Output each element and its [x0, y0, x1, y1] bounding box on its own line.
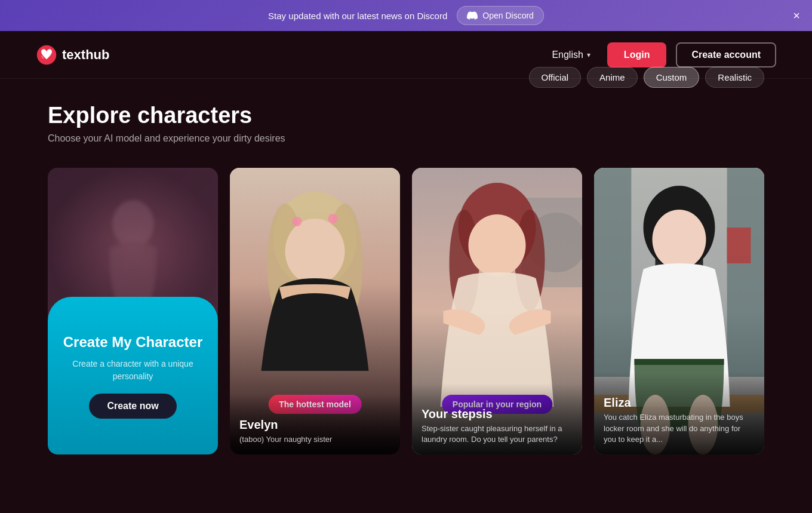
language-selector[interactable]: English ▾	[545, 45, 597, 65]
evelyn-info: Evelyn (taboo) Your naughty sister	[230, 394, 400, 454]
svg-point-15	[469, 214, 526, 277]
svg-point-23	[653, 210, 706, 269]
filter-realistic[interactable]: Realistic	[705, 67, 764, 88]
eliza-info: Eliza You catch Eliza masturbating in th…	[594, 372, 764, 454]
create-card-content: Create My Character Create a character w…	[48, 297, 218, 454]
character-card-evelyn[interactable]: The hottest model Evelyn (taboo) Your na…	[230, 168, 400, 454]
evelyn-name: Evelyn	[239, 418, 390, 432]
filter-anime[interactable]: Anime	[587, 67, 638, 88]
svg-rect-26	[727, 228, 751, 263]
logo-icon	[36, 44, 57, 66]
banner-close-button[interactable]: ×	[793, 10, 800, 21]
create-now-button[interactable]: Create now	[89, 394, 176, 419]
filter-custom[interactable]: Custom	[644, 67, 700, 88]
banner-text: Stay updated with our latest news on Dis…	[268, 11, 447, 21]
create-card-description: Create a character with a unique persona…	[60, 358, 206, 383]
svg-point-6	[285, 219, 345, 284]
evelyn-desc: (taboo) Your naughty sister	[239, 434, 390, 445]
create-card-title: Create My Character	[63, 333, 202, 351]
eliza-name: Eliza	[604, 396, 755, 410]
main-content: Explore characters Choose your AI model …	[0, 79, 812, 478]
filter-tabs: Official Anime Custom Realistic	[529, 67, 764, 88]
svg-point-1	[112, 200, 154, 248]
svg-rect-18	[727, 168, 765, 377]
lang-label: English	[552, 50, 583, 60]
login-button[interactable]: Login	[607, 42, 667, 67]
header-actions: English ▾ Login Create account	[545, 42, 776, 67]
explore-subtitle: Choose your AI model and experience your…	[48, 133, 285, 144]
discord-icon	[467, 10, 478, 21]
logo[interactable]: texthub	[36, 44, 109, 66]
logo-text: texthub	[62, 47, 109, 63]
page-title: Explore characters	[48, 103, 285, 128]
discord-btn-label: Open Discord	[482, 11, 534, 20]
characters-grid: Create My Character Create a character w…	[48, 168, 764, 454]
eliza-desc: You catch Eliza masturbating in the boys…	[604, 412, 755, 445]
svg-point-7	[293, 217, 302, 226]
character-card-stepsis[interactable]: Popular in your region Your stepsis Step…	[412, 168, 582, 454]
create-character-card[interactable]: Create My Character Create a character w…	[48, 168, 218, 454]
chevron-down-icon: ▾	[587, 51, 590, 59]
stepsis-name: Your stepsis	[422, 407, 573, 421]
svg-rect-17	[594, 168, 632, 377]
create-account-button[interactable]: Create account	[676, 42, 776, 67]
stepsis-desc: Step-sister caught pleasuring herself in…	[422, 423, 573, 445]
svg-point-8	[328, 214, 338, 223]
open-discord-button[interactable]: Open Discord	[457, 6, 544, 25]
character-card-eliza[interactable]: Eliza You catch Eliza masturbating in th…	[594, 168, 764, 454]
discord-banner: Stay updated with our latest news on Dis…	[0, 0, 812, 31]
stepsis-info: Your stepsis Step-sister caught pleasuri…	[412, 383, 582, 454]
filter-official[interactable]: Official	[529, 67, 582, 88]
